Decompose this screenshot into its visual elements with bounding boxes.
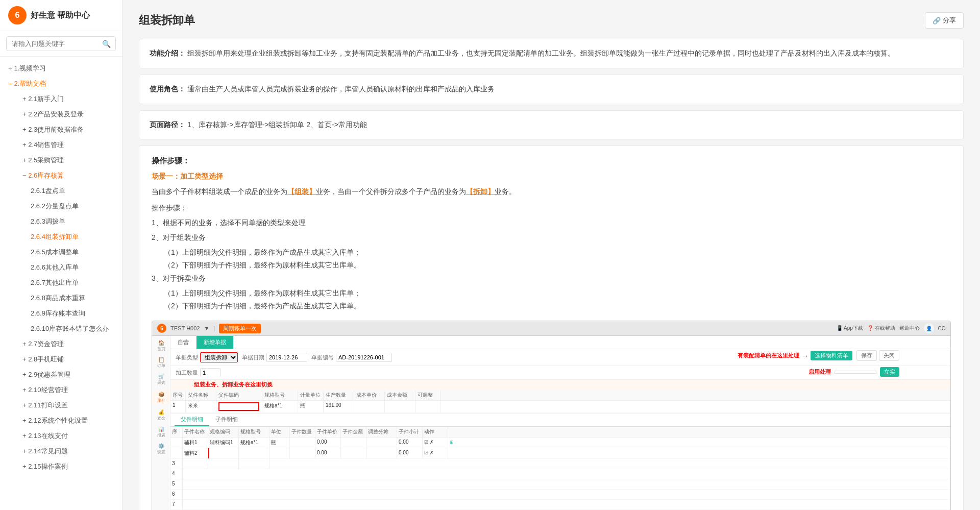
sidebar-item-2-6-5[interactable]: 2.6.5成本调整单: [22, 245, 122, 260]
sidebar-item-2-6[interactable]: − 2.6库存核算: [14, 168, 122, 183]
erp-nav-purchase[interactable]: 🛒采购: [157, 374, 165, 385]
cr7-seq: 7: [170, 500, 183, 509]
sidebar-item-2-5[interactable]: + 2.5采购管理: [14, 153, 122, 168]
erp-date-input[interactable]: [266, 353, 307, 362]
ch-share: 调整分摊: [366, 427, 397, 437]
disassemble-keyword: 【拆卸】: [466, 187, 495, 196]
erp-tab-strip: 自营 新增单据: [170, 336, 950, 349]
annotation-switch-text: 组装业务、拆卸业务在这里切换: [194, 381, 273, 387]
annotation-enable-text: 启用处理: [808, 369, 831, 375]
erp-company-id: TEST-H002: [170, 325, 200, 331]
sidebar-item-2-1[interactable]: + 2.1新手入门: [14, 91, 122, 107]
sidebar-item-2-6-3[interactable]: 2.6.3调拨单: [22, 214, 122, 229]
erp-nav-settings[interactable]: ⚙️设置: [157, 443, 165, 455]
erp-help: ❓ 在线帮助: [867, 325, 895, 332]
erp-tab-assemble[interactable]: 新增单据: [197, 336, 234, 349]
erp-nav-order[interactable]: 📋订单: [157, 357, 165, 369]
cr1-qty: [290, 438, 315, 448]
sidebar-item-2-13[interactable]: + 2.13在线支付: [14, 428, 122, 444]
cr4-seq: 4: [170, 469, 183, 479]
erp-leftnav: 🏠首页 📋订单 🛒采购 📦库存 💰资金 📊报表 ⚙️设置: [152, 336, 170, 510]
sidebar-item-2-6-6[interactable]: 2.6.6其他入库单: [22, 260, 122, 275]
cr1-name: 辅料1: [183, 438, 208, 448]
erp-parent-row1: 1 米米 规格a*1 瓶 161.00: [170, 401, 950, 413]
cr3-code: [208, 459, 239, 469]
sidebar-item-2-6-7[interactable]: 2.6.7其他出库单: [22, 275, 122, 290]
sidebar-item-2-7[interactable]: + 2.7资金管理: [14, 336, 122, 352]
page-title: 组装拆卸单: [139, 13, 195, 28]
sidebar-item-2-6-1[interactable]: 2.6.1盘点单: [22, 183, 122, 199]
erp-new-order-btn[interactable]: 周期账单一次: [219, 324, 261, 333]
ch-unit: 单位: [270, 427, 290, 437]
sidebar-item-2-9[interactable]: + 2.9优惠券管理: [14, 367, 122, 382]
search-input[interactable]: [6, 36, 116, 51]
cr1-expand-btn[interactable]: ⊞: [450, 440, 454, 445]
expand-icon: +: [8, 65, 12, 72]
erp-nav-inventory[interactable]: 📦库存: [152, 391, 170, 404]
child-row-7: 7: [170, 500, 950, 510]
share-button[interactable]: 🔗 分享: [925, 12, 964, 29]
erp-save-btn[interactable]: 保存: [856, 350, 877, 361]
cell-price: [354, 401, 385, 412]
cell-amount: [385, 401, 415, 412]
sidebar-item-2-3[interactable]: + 2.3使用前数据准备: [14, 122, 122, 137]
col-price: 成本单价: [354, 390, 385, 400]
tab-child[interactable]: 子件明细: [209, 414, 244, 426]
erp-nav-home[interactable]: 🏠首页: [157, 340, 165, 352]
erp-help-center: 帮助中心: [899, 325, 920, 332]
erp-topbar-left: 6 TEST-H002 ▼ | 周期账单一次: [157, 324, 261, 333]
cr2-sub: 0.00: [397, 448, 423, 458]
ch-name: 子件名称: [183, 427, 208, 437]
cr1-price: 0.00: [315, 438, 341, 448]
erp-bom-btn[interactable]: 选择物料清单: [811, 351, 852, 360]
erp-body: 🏠首页 📋订单 🛒采购 📦库存 💰资金 📊报表 ⚙️设置 自营 新增单据: [152, 336, 950, 510]
erp-tab-home[interactable]: 自营: [170, 336, 197, 349]
erp-type-select[interactable]: 组装拆卸: [200, 352, 238, 362]
sidebar-item-2-6-8[interactable]: 2.6.8商品成本重算: [22, 290, 122, 306]
sidebar-item-2-15[interactable]: + 2.15操作案例: [14, 459, 122, 474]
cr2-share: [366, 448, 397, 458]
sidebar-item-2-6-10[interactable]: 2.6.10库存账本错了怎么办: [22, 321, 122, 336]
tab-parent[interactable]: 父件明细: [175, 414, 209, 426]
erp-close-btn[interactable]: 关闭: [879, 350, 899, 361]
erp-parent-code-input[interactable]: [218, 402, 259, 411]
erp-num-input[interactable]: [336, 353, 392, 362]
col-spec: 规格型号: [262, 390, 298, 400]
erp-apply-btn[interactable]: 立实: [880, 367, 899, 377]
sidebar-item-2-4[interactable]: + 2.4销售管理: [14, 137, 122, 153]
cr1-share: [366, 438, 397, 448]
erp-app-store: 📱 App下载: [837, 325, 863, 332]
sidebar-item-docs[interactable]: − 2.帮助文档: [0, 76, 122, 91]
ch-price: 子件单价: [315, 427, 341, 437]
cr2-op: [448, 448, 462, 458]
cell-act: [441, 401, 456, 412]
cr3-name: [183, 459, 208, 469]
col-unit: 计量单位: [298, 390, 324, 400]
sidebar-item-2-6-4[interactable]: 2.6.4组装拆卸单: [22, 229, 122, 245]
erp-nav-report[interactable]: 📊报表: [157, 426, 165, 438]
sidebar-item-video[interactable]: + 1.视频学习: [0, 61, 122, 76]
cr1-spec: 规格a*1: [239, 438, 270, 448]
sidebar-item-2-12[interactable]: + 2.12系统个性化设置: [14, 413, 122, 428]
erp-qty-input[interactable]: [200, 368, 220, 377]
sidebar-item-2-2[interactable]: + 2.2产品安装及登录: [14, 107, 122, 122]
cell-qty: 161.00: [324, 401, 354, 412]
scene1-title: 场景一：加工类型选择: [152, 172, 951, 181]
sidebar-item-2-14[interactable]: + 2.14常见问题: [14, 444, 122, 459]
sidebar-item-2-11[interactable]: + 2.11打印设置: [14, 398, 122, 413]
sidebar-item-2-6-9[interactable]: 2.6.9库存账本查询: [22, 306, 122, 321]
ch-status: 动作: [423, 427, 448, 437]
sidebar-item-2-6-2[interactable]: 2.6.2分量盘点单: [22, 199, 122, 214]
cr2-qty: [290, 448, 315, 458]
cr3-rest: [239, 459, 270, 469]
sidebar-item-2-8[interactable]: + 2.8手机旺铺: [14, 352, 122, 367]
cr2-name: 辅料2: [183, 448, 208, 458]
erp-dropdown-icon: ▼: [204, 325, 209, 331]
child-row-2: 辅料2 0.00 0.00 ☑ ✗: [170, 448, 950, 459]
erp-enable-field: [835, 371, 876, 374]
path-card: 页面路径： 1、库存核算->库存管理->组装拆卸单 2、首页->常用功能: [139, 110, 964, 140]
erp-nav-finance[interactable]: 💰资金: [157, 409, 165, 421]
step-2: 2、对于组装业务: [152, 231, 951, 244]
sidebar-item-2-10[interactable]: + 2.10经营管理: [14, 382, 122, 398]
sidebar-item-label: 1.视频学习: [14, 64, 46, 73]
